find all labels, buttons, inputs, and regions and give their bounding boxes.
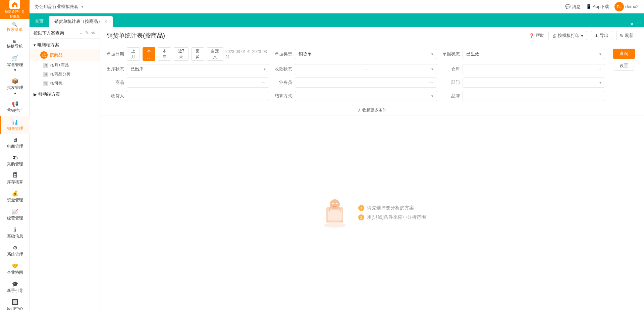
- tab-bar: 首页 销货单统计表（按商品） ✕ ✕ ⛶: [30, 13, 644, 27]
- workspace-dropdown-icon[interactable]: ▾: [81, 4, 84, 9]
- outstatus-control[interactable]: 已出库 ▾: [127, 64, 269, 74]
- date-btn-last-month[interactable]: 上月: [127, 47, 140, 61]
- salesperson-dots[interactable]: ···: [429, 80, 433, 86]
- hint-text-1: 请先选择要分析的方案: [367, 205, 414, 211]
- scheme-group-desktop-header[interactable]: ▾ 电脑端方案: [30, 41, 100, 49]
- sidebar-item-search[interactable]: 🔍 搜索菜单: [0, 19, 30, 36]
- tab-close-all-icon[interactable]: ✕: [630, 21, 634, 27]
- edit-scheme-icon[interactable]: ✎: [85, 30, 89, 36]
- sidebar-item-quicknav[interactable]: ⊞ 快捷导航: [0, 36, 30, 52]
- sidebar-quicknav-label: 快捷导航: [7, 44, 23, 49]
- date-btn-this-month[interactable]: 本月: [143, 47, 156, 61]
- settlement-label: 结算方式: [275, 93, 295, 99]
- right-panel: 销货单统计表(按商品) ❓ 帮助 🖨 按模板打印 ▾ ⬇ 导出: [100, 27, 644, 310]
- type-control[interactable]: 销货单 ▾: [295, 49, 437, 59]
- tab-home[interactable]: 首页: [30, 16, 49, 27]
- add-scheme-icon[interactable]: ＋: [79, 30, 83, 36]
- sidebar-item-inventory[interactable]: 🗄 库存核算: [0, 170, 30, 188]
- date-btn-this-year[interactable]: 本年: [158, 47, 171, 61]
- setting-button[interactable]: 设置: [614, 61, 634, 71]
- sub-category-icon: 分: [43, 72, 48, 77]
- tab-sales-report[interactable]: 销货单统计表（按商品） ✕: [49, 16, 113, 27]
- logo-icon: [9, 0, 20, 9]
- sidebar-item-marketing[interactable]: 📢 营销推广: [0, 98, 30, 116]
- user-profile[interactable]: Ea demo2: [614, 2, 639, 11]
- salesperson-control[interactable]: ···: [295, 78, 437, 88]
- scheme-mobile-label: 移动端方案: [38, 91, 60, 97]
- filter-field-goods: 商品 ···: [107, 78, 269, 88]
- receiptstatus-dots[interactable]: ···: [363, 66, 368, 72]
- sidebar-item-operations[interactable]: 📈 经营管理: [0, 206, 30, 224]
- sidebar-item-basics[interactable]: ℹ 基础信息: [0, 224, 30, 242]
- header-actions: 💬 消息 📱 App下载 Ea demo2: [565, 2, 639, 11]
- sales-icon: 📊: [12, 119, 18, 125]
- sidebar-finance-label: 资金管理: [7, 197, 23, 203]
- tab-sales-report-label: 销货单统计表（按商品）: [54, 18, 102, 24]
- filter-row-2: 出库状态 已出库 ▾ 收款状态 ···: [107, 64, 605, 74]
- brand-label: 品牌: [442, 93, 463, 99]
- hint-num-1: 1: [358, 205, 364, 211]
- collapse-panel-icon[interactable]: ≪: [91, 30, 96, 36]
- dept-control[interactable]: ▾: [463, 78, 605, 88]
- tab-expand-icon[interactable]: ⛶: [637, 21, 641, 27]
- query-button[interactable]: 查询: [613, 49, 635, 59]
- sidebar-item-wholesale[interactable]: 📦 批发管理 ▴: [0, 75, 30, 98]
- help-btn[interactable]: ❓ 帮助: [529, 33, 544, 39]
- consignee-dots[interactable]: ···: [261, 93, 265, 99]
- collapse-row[interactable]: ∧ 收起更多条件: [100, 105, 644, 115]
- scheme-item-by-goods[interactable]: 按 按商品: [30, 49, 100, 61]
- sidebar-item-purchase[interactable]: 🛍 采购管理: [0, 152, 30, 170]
- status-caret-icon: ▾: [599, 52, 601, 56]
- sidebar-item-finance[interactable]: 💰 资金管理: [0, 188, 30, 206]
- outstatus-value: 已出库: [130, 66, 144, 72]
- scheme-active-dot: 按: [40, 51, 48, 59]
- group-expand-icon: ▾: [34, 43, 36, 48]
- warehouse-dots[interactable]: ···: [597, 66, 601, 72]
- sidebar-item-apps[interactable]: 🔲 应用中心: [0, 296, 30, 310]
- filter-field-dept: 部门 ▾: [442, 78, 605, 88]
- date-btn-custom[interactable]: 自定义: [207, 47, 223, 61]
- scheme-item-driver[interactable]: 司 按司机: [30, 79, 100, 88]
- content-area: 按以下方案查询 ＋ ✎ ≪ ▾ 电脑端方案 按 按商品 月: [30, 27, 644, 310]
- print-btn[interactable]: 🖨 按模板打印 ▾: [548, 31, 587, 40]
- main-content: 办公用品行业模拟账套 ▾ 💬 消息 📱 App下载 Ea demo2 首页 销货…: [30, 0, 644, 310]
- filter-row-4: 收货人 ··· 结算方式 ▾: [107, 91, 605, 101]
- sidebar-item-sales[interactable]: 📊 销售管理: [0, 116, 30, 134]
- scheme-group-mobile[interactable]: ▶ 移动端方案: [30, 90, 100, 99]
- scheme-item-category[interactable]: 分 按商品分类: [30, 70, 100, 79]
- print-dropdown-icon: ▾: [581, 33, 583, 38]
- purchase-icon: 🛍: [12, 155, 18, 161]
- left-panel: 按以下方案查询 ＋ ✎ ≪ ▾ 电脑端方案 按 按商品 月: [30, 27, 100, 310]
- date-btn-7days[interactable]: 近7天: [174, 47, 189, 61]
- receiptstatus-control[interactable]: ··· ▾: [295, 64, 437, 74]
- status-control[interactable]: 已生效 ▾: [463, 49, 605, 59]
- goods-control[interactable]: ···: [127, 78, 269, 88]
- sidebar-item-guide[interactable]: 🎓 新手引导: [0, 278, 30, 296]
- sidebar-item-enterprise[interactable]: 🤝 企业协同: [0, 260, 30, 278]
- print-icon: 🖨: [552, 33, 556, 38]
- filter-field-type: 单据类型 销货单 ▾: [275, 49, 437, 59]
- export-label: 导出: [600, 33, 608, 39]
- warehouse-control[interactable]: ···: [463, 64, 605, 74]
- settlement-control[interactable]: ▾: [295, 91, 437, 101]
- sidebar-item-ecommerce[interactable]: 🖥 电商管理: [0, 134, 30, 152]
- consignee-control[interactable]: ···: [127, 91, 269, 101]
- sidebar-item-retail[interactable]: 🛒 零售管理 ▾: [0, 52, 30, 75]
- sidebar-item-system[interactable]: ⚙ 系统管理: [0, 242, 30, 260]
- app-download-btn[interactable]: 📱 App下载: [586, 4, 609, 10]
- app-download-label: App下载: [593, 4, 609, 10]
- goods-dots[interactable]: ···: [261, 80, 265, 86]
- refresh-btn[interactable]: ↻ 刷新: [616, 31, 637, 40]
- filter-row-3: 商品 ··· 业务员 ···: [107, 78, 605, 88]
- brand-control[interactable]: ···: [463, 91, 605, 101]
- tab-close-icon[interactable]: ✕: [104, 19, 107, 24]
- page-title: 销货单统计表(按商品): [107, 32, 165, 40]
- message-btn[interactable]: 💬 消息: [565, 4, 581, 10]
- export-btn[interactable]: ⬇ 导出: [591, 31, 612, 40]
- brand-dots[interactable]: ···: [597, 93, 601, 99]
- sidebar-logo[interactable]: 畅捷通好生意 标准版: [0, 0, 30, 19]
- scheme-group-desktop: ▾ 电脑端方案 按 按商品 月 按月+商品 分 按商品分类 司 按司: [30, 39, 100, 90]
- scheme-month-goods-label: 按月+商品: [50, 62, 69, 68]
- date-btn-more[interactable]: 更多: [191, 47, 204, 61]
- scheme-item-month-goods[interactable]: 月 按月+商品: [30, 61, 100, 70]
